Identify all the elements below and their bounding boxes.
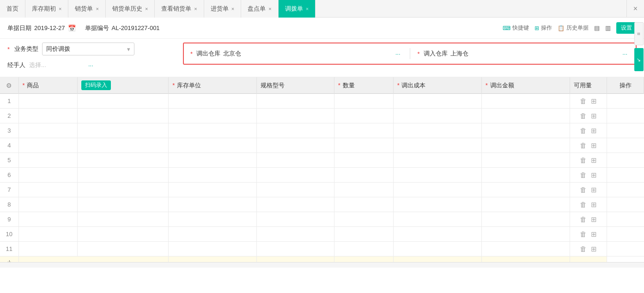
row-cost[interactable] [334,138,393,153]
tab-transfer-close[interactable]: × [306,6,309,12]
copy-icon[interactable]: ⊞ [591,112,597,120]
delete-icon[interactable]: 🗑 [580,230,587,238]
row-cost[interactable] [334,153,393,168]
row-unit[interactable] [78,183,169,197]
delete-icon[interactable]: 🗑 [580,141,587,149]
person-select[interactable]: 选择... [29,61,85,69]
column-scan[interactable]: 扫码录入 [78,77,169,94]
row-unit[interactable] [78,197,169,212]
row-amount[interactable] [393,168,481,183]
row-amount[interactable] [393,138,481,153]
tab-home[interactable]: 首页 [0,0,25,18]
column-gear[interactable]: ⚙ [0,77,18,94]
row-product[interactable] [18,153,78,168]
row-unit[interactable] [78,212,169,227]
row-spec[interactable] [169,94,257,109]
scan-button[interactable]: 扫码录入 [81,80,111,90]
row-spec[interactable] [169,123,257,138]
row-spec[interactable] [169,197,257,212]
tab-sales-order-close[interactable]: × [96,6,98,12]
row-qty[interactable] [257,168,334,183]
delete-icon[interactable]: 🗑 [580,186,587,194]
row-amount[interactable] [393,109,481,123]
row-unit[interactable] [78,227,169,242]
row-amount[interactable] [393,94,481,109]
row-qty[interactable] [257,138,334,153]
copy-icon[interactable]: ⊞ [591,215,597,223]
sidebar-expand-button[interactable]: ↗ [634,48,644,71]
row-product[interactable] [18,138,78,153]
tab-view-sales-close[interactable]: × [194,6,197,12]
row-qty[interactable] [257,212,334,227]
window-close-button[interactable]: × [626,0,644,18]
row-qty[interactable] [257,227,334,242]
row-qty[interactable] [257,183,334,197]
copy-icon[interactable]: ⊞ [591,230,597,238]
copy-icon[interactable]: ⊞ [591,156,597,164]
row-spec[interactable] [169,109,257,123]
row-cost[interactable] [334,168,393,183]
warehouse-in-more-button[interactable]: ··· [620,50,629,57]
row-cost[interactable] [334,227,393,242]
row-spec[interactable] [169,138,257,153]
row-unit[interactable] [78,123,169,138]
copy-icon[interactable]: ⊞ [591,171,597,179]
row-unit[interactable] [78,153,169,168]
row-cost[interactable] [334,109,393,123]
tab-inventory-check-close[interactable]: × [268,6,271,12]
row-product[interactable] [18,123,78,138]
row-amount[interactable] [393,153,481,168]
row-unit[interactable] [78,168,169,183]
row-product[interactable] [18,197,78,212]
tab-sales-order[interactable]: 销货单 × [68,0,105,18]
copy-icon[interactable]: ⊞ [591,141,597,149]
copy-icon[interactable]: ⊞ [591,201,597,208]
delete-icon[interactable]: 🗑 [580,112,587,120]
delete-icon[interactable]: 🗑 [580,201,587,208]
gear-icon[interactable]: ⚙ [6,82,12,89]
bottom-scrollbar[interactable] [0,262,644,268]
row-product[interactable] [18,212,78,227]
row-cost[interactable] [334,212,393,227]
row-qty[interactable] [257,123,334,138]
row-amount[interactable] [393,212,481,227]
delete-icon[interactable]: 🗑 [580,215,587,223]
tab-transfer[interactable]: 调拨单 × [279,0,316,18]
grid-layout-button[interactable]: ▤ [594,24,600,31]
tab-view-sales[interactable]: 查看销货单 × [155,0,204,18]
row-product[interactable] [18,109,78,123]
row-qty[interactable] [257,197,334,212]
delete-icon[interactable]: 🗑 [580,171,587,179]
row-unit[interactable] [78,109,169,123]
row-cost[interactable] [334,123,393,138]
person-more-icon[interactable]: ··· [88,62,93,69]
calendar-icon[interactable]: 📅 [68,24,76,32]
warehouse-out-more-button[interactable]: ··· [394,50,402,57]
history-button[interactable]: 📋 历史单据 [558,24,589,32]
row-cost[interactable] [334,197,393,212]
delete-icon[interactable]: 🗑 [580,156,587,164]
row-amount[interactable] [393,123,481,138]
list-layout-button[interactable]: ▥ [605,24,611,31]
tab-inventory-init[interactable]: 库存期初 × [25,0,68,18]
row-cost[interactable] [334,183,393,197]
tab-inventory-init-close[interactable]: × [59,6,61,12]
tab-sales-history-close[interactable]: × [145,6,148,12]
row-amount[interactable] [393,227,481,242]
row-unit[interactable] [78,138,169,153]
operations-button[interactable]: ⊞ 操作 [535,24,552,32]
row-unit[interactable] [78,94,169,109]
row-qty[interactable] [257,94,334,109]
row-spec[interactable] [169,168,257,183]
row-product[interactable] [18,242,78,256]
row-spec[interactable] [169,212,257,227]
row-product[interactable] [18,94,78,109]
row-amount[interactable] [393,197,481,212]
delete-icon[interactable]: 🗑 [580,245,587,253]
tab-purchase-order-close[interactable]: × [231,6,234,12]
tab-inventory-check[interactable]: 盘点单 × [241,0,278,18]
row-cost[interactable] [334,94,393,109]
row-amount[interactable] [393,183,481,197]
row-spec[interactable] [169,227,257,242]
row-spec[interactable] [169,153,257,168]
